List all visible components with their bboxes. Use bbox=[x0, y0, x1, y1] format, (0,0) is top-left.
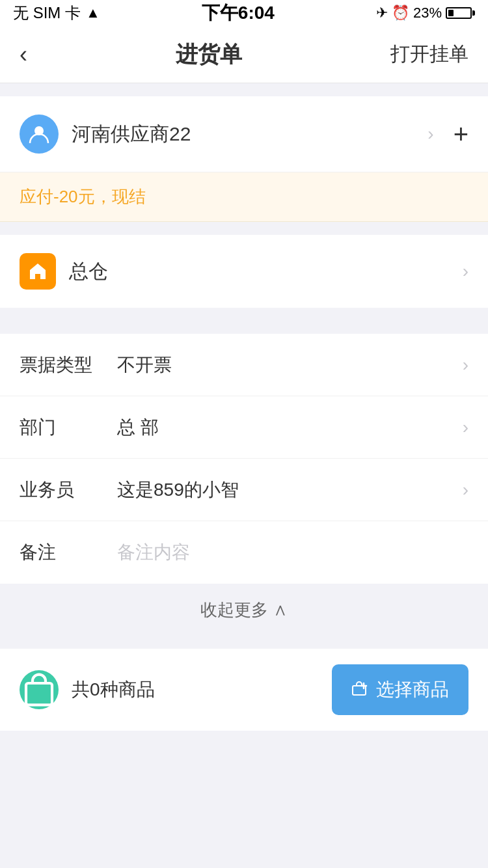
salesperson-label: 业务员 bbox=[20, 478, 111, 502]
supplier-chevron-icon: › bbox=[427, 124, 433, 144]
back-button[interactable]: ‹ bbox=[20, 41, 27, 68]
status-time: 下午6:04 bbox=[202, 1, 275, 25]
department-chevron-icon: › bbox=[463, 417, 468, 438]
supplier-row[interactable]: 河南供应商22 › + bbox=[0, 96, 488, 172]
bottom-fill bbox=[0, 731, 488, 868]
invoice-chevron-icon: › bbox=[463, 355, 468, 375]
nav-bar: ‹ 进货单 打开挂单 bbox=[0, 26, 488, 83]
select-products-label: 选择商品 bbox=[376, 677, 449, 702]
supplier-name: 河南供应商22 bbox=[72, 121, 427, 148]
status-right: ✈ ⏰ 23% bbox=[376, 5, 475, 21]
supplier-section: 河南供应商22 › + 应付-20元，现结 bbox=[0, 96, 488, 222]
open-pending-button[interactable]: 打开挂单 bbox=[390, 41, 468, 68]
select-products-button[interactable]: 选择商品 bbox=[332, 664, 468, 715]
warehouse-name: 总仓 bbox=[69, 258, 463, 285]
salesperson-row[interactable]: 业务员 这是859的小智 › bbox=[0, 459, 488, 521]
collapse-label: 收起更多 ∧ bbox=[200, 599, 287, 621]
salesperson-chevron-icon: › bbox=[463, 480, 468, 500]
page-title: 进货单 bbox=[176, 40, 242, 70]
alarm-icon: ⏰ bbox=[392, 5, 409, 21]
department-value: 总 部 bbox=[111, 415, 463, 440]
cart-add-icon bbox=[351, 681, 370, 699]
warehouse-section: 总仓 › bbox=[0, 235, 488, 308]
section-gap-2 bbox=[0, 222, 488, 235]
supplier-avatar bbox=[20, 115, 59, 154]
status-left: 无 SIM 卡 ▲ bbox=[13, 3, 100, 23]
remark-input[interactable]: 备注内容 bbox=[111, 540, 468, 565]
salesperson-value: 这是859的小智 bbox=[111, 478, 463, 502]
form-section: 票据类型 不开票 › 部门 总 部 › 业务员 这是859的小智 › 备注 备注… bbox=[0, 334, 488, 584]
notice-banner: 应付-20元，现结 bbox=[0, 172, 488, 222]
svg-rect-1 bbox=[26, 683, 52, 705]
warehouse-row[interactable]: 总仓 › bbox=[0, 235, 488, 308]
house-icon bbox=[27, 261, 48, 282]
notice-text: 应付-20元，现结 bbox=[20, 187, 146, 206]
carrier-text: 无 SIM 卡 bbox=[13, 3, 81, 23]
department-row[interactable]: 部门 总 部 › bbox=[0, 396, 488, 459]
warehouse-chevron-icon: › bbox=[463, 261, 468, 282]
battery-percent: 23% bbox=[413, 5, 442, 21]
product-section: 共0种商品 选择商品 bbox=[0, 649, 488, 731]
remark-row[interactable]: 备注 备注内容 bbox=[0, 521, 488, 584]
product-icon bbox=[20, 670, 59, 709]
section-gap-3 bbox=[0, 308, 488, 321]
collapse-toggle[interactable]: 收起更多 ∧ bbox=[0, 584, 488, 636]
invoice-label: 票据类型 bbox=[20, 353, 111, 377]
wifi-icon: ▲ bbox=[86, 5, 100, 21]
invoice-row[interactable]: 票据类型 不开票 › bbox=[0, 334, 488, 396]
battery-icon bbox=[446, 7, 475, 19]
shopping-bag-icon bbox=[20, 670, 59, 709]
remark-label: 备注 bbox=[20, 540, 111, 565]
department-label: 部门 bbox=[20, 415, 111, 440]
section-gap-1 bbox=[0, 83, 488, 96]
location-icon: ✈ bbox=[376, 5, 388, 21]
invoice-value: 不开票 bbox=[111, 353, 463, 377]
status-bar: 无 SIM 卡 ▲ 下午6:04 ✈ ⏰ 23% bbox=[0, 0, 488, 26]
product-count: 共0种商品 bbox=[72, 677, 332, 702]
warehouse-icon bbox=[20, 253, 56, 290]
add-supplier-button[interactable]: + bbox=[454, 121, 468, 147]
person-icon bbox=[27, 122, 51, 146]
